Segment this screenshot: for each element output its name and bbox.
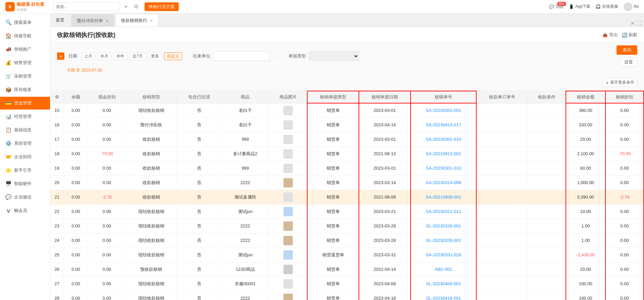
cell-verify-discount: 0.00: [605, 262, 644, 276]
date-last-7-days[interactable]: 近7天: [129, 52, 146, 60]
cell-balance: 0.00: [64, 103, 88, 118]
cell-verify-bill-date: 2023-03-01: [359, 161, 411, 175]
cell-id: 22: [50, 204, 64, 219]
filter-collapse-button[interactable]: »: [57, 52, 64, 60]
cell-verify-bill-date: 2023-03-01: [359, 132, 411, 146]
cell-include-settled: 否: [177, 118, 221, 132]
expand-conditions-button[interactable]: ∨ 展开更多条件: [603, 78, 637, 87]
cell-verify-bill-no[interactable]: SL-20230418-001: [411, 291, 476, 300]
cell-verify-bill-no[interactable]: SA-20230301-010: [411, 132, 476, 146]
maximize-icon[interactable]: ⛶: [636, 20, 641, 27]
verify-bill-no-link[interactable]: SA-20230301-010: [426, 166, 461, 171]
cell-verify-bill-type: 销货单: [307, 118, 359, 132]
cell-verify-discount: 0.00: [605, 233, 644, 248]
tab-home[interactable]: 首页: [50, 14, 70, 27]
sidebar-label-inventory: 库存核算: [14, 87, 32, 93]
tab-prepay-close[interactable]: ×: [106, 18, 108, 23]
bill-type-select[interactable]: [309, 51, 359, 61]
verify-bill-no-link[interactable]: SA-20230321-012: [426, 209, 461, 214]
message-button[interactable]: 💬 消息 99+: [549, 4, 564, 9]
verify-bill-no-link[interactable]: ABC-001: [435, 267, 452, 272]
table-container[interactable]: ⚙ 余额 现金折扣 核销类型 包含已结清 商品 商品图片 核销单据类型 核销单据…: [50, 91, 644, 300]
verify-bill-no-link[interactable]: SA-20210808-001: [426, 195, 461, 200]
verify-bill-no-link[interactable]: SL-20230328-002: [426, 238, 461, 243]
date-this-year[interactable]: 本年: [113, 52, 127, 60]
tab-prepay[interactable]: 预付冲应付单 ×: [71, 14, 114, 27]
sidebar-item-member[interactable]: V 畅会员: [0, 204, 50, 217]
cell-verify-bill-no[interactable]: SA-20210808-001: [411, 190, 476, 204]
sidebar-item-sales[interactable]: 💰 销售管理: [0, 56, 50, 69]
cell-receipt-condition: [528, 219, 566, 233]
filter-settings-button[interactable]: 设置: [620, 57, 637, 67]
cell-verify-bill-no[interactable]: SA-20230301-010: [411, 161, 476, 175]
verify-bill-no-link[interactable]: SA-20230331-026: [426, 252, 461, 257]
cell-verify-bill-no[interactable]: SL-20230328-001: [411, 219, 476, 233]
cell-verify-bill-no[interactable]: SL-20230408-001: [411, 276, 476, 291]
tab-verify-close[interactable]: ×: [150, 18, 153, 23]
cell-verify-bill-no[interactable]: SA-20210813-001: [411, 146, 476, 161]
close-window-icon[interactable]: ✕: [630, 20, 635, 27]
verify-bill-no-link[interactable]: SA-20210813-001: [426, 151, 461, 156]
home-icon: 🏠: [5, 33, 11, 39]
app-download-button[interactable]: 📱 App下载: [569, 4, 590, 9]
cell-verify-bill-no[interactable]: SA-20230301-001: [411, 103, 476, 118]
cell-verify-amount: 1.00: [566, 233, 605, 248]
date-more[interactable]: 更多: [148, 52, 162, 60]
date-custom[interactable]: 自定义: [164, 52, 182, 60]
user-display[interactable]: Rit: [624, 2, 639, 11]
th-settings[interactable]: ⚙: [50, 91, 64, 103]
verify-bill-no-link[interactable]: SL-20230328-001: [426, 223, 461, 228]
verify-bill-no-link[interactable]: SA-20230414-017: [426, 122, 461, 127]
verify-bill-no-link[interactable]: SA-20230314-008: [426, 180, 461, 185]
date-last-month[interactable]: 上月: [81, 52, 95, 60]
sidebar-item-finance[interactable]: 💳 资金管理: [0, 97, 50, 110]
tab-verify[interactable]: 收款核销执行 ×: [115, 14, 158, 27]
cell-goods-image: [269, 262, 307, 276]
online-service-button[interactable]: 🎧 在线客服: [596, 4, 618, 9]
sidebar-item-purchase[interactable]: 🛒 采购管理: [0, 70, 50, 83]
sidebar-item-inventory[interactable]: 📦 库存核算: [0, 83, 50, 96]
query-button[interactable]: 查询: [616, 45, 637, 55]
cell-goods-image: [269, 248, 307, 262]
date-this-month[interactable]: 本月: [97, 52, 111, 60]
cell-id: 18: [50, 146, 64, 161]
industry-button[interactable]: 体验行业方案: [145, 2, 179, 11]
sidebar-item-guide[interactable]: 🌟 新手引导: [0, 164, 50, 177]
verify-bill-no-link[interactable]: SA-20230301-001: [426, 108, 461, 113]
cell-verify-bill-type: 销货单: [307, 146, 359, 161]
verify-bill-no-link[interactable]: SA-20230301-010: [426, 137, 461, 142]
cell-verify-amount: 100.00: [566, 291, 605, 300]
sidebar-item-search[interactable]: 🔍 搜索菜单: [0, 16, 50, 29]
sidebar-item-quick-nav[interactable]: 🏠 快捷导航: [0, 30, 50, 42]
sidebar-label-guide: 新手引导: [14, 167, 32, 173]
table-row: 19 0.00 0.00 收款核销 否 999 销货单 2023-03-01 S…: [50, 161, 644, 175]
sidebar-item-business[interactable]: 📊 经营管理: [0, 110, 50, 123]
verify-bill-no-link[interactable]: SL-20230408-001: [426, 281, 461, 286]
settings-icon[interactable]: ⚙: [132, 2, 141, 11]
page-title: 收款核销执行(按收款): [57, 31, 115, 39]
cell-receipt-order-no: [476, 190, 528, 204]
cell-verify-bill-no[interactable]: SA-20230331-026: [411, 248, 476, 262]
cell-receipt-order-no: [476, 161, 528, 175]
sidebar-item-system[interactable]: ⚙️ 系统管理: [0, 137, 50, 150]
sidebar-item-marketing[interactable]: 📣 营销推广: [0, 43, 50, 56]
cell-verify-bill-no[interactable]: SA-20230414-017: [411, 118, 476, 132]
cell-verify-bill-no[interactable]: ABC-001: [411, 262, 476, 276]
dropdown-arrow-icon[interactable]: ▼: [124, 5, 128, 9]
sidebar-item-enterprise[interactable]: 🤝 企业协同: [0, 151, 50, 163]
search-input[interactable]: [53, 2, 120, 11]
member-icon: V: [5, 208, 11, 214]
cell-receipt-condition: [528, 103, 566, 118]
cell-verify-bill-no[interactable]: SA-20230321-012: [411, 204, 476, 219]
cell-verify-bill-no[interactable]: SA-20230314-008: [411, 175, 476, 190]
refresh-button[interactable]: 🔄 刷新: [622, 32, 637, 38]
export-button[interactable]: 📤 导出: [602, 32, 618, 38]
sidebar-item-basic[interactable]: 📋 基础信息: [0, 124, 50, 136]
cell-verify-bill-no[interactable]: SL-20230328-002: [411, 233, 476, 248]
partner-input[interactable]: [213, 51, 269, 61]
verify-bill-no-link[interactable]: SL-20230418-001: [426, 296, 461, 300]
sidebar-item-wechat[interactable]: 💬 企业微信: [0, 191, 50, 204]
app-version: 标准版: [17, 7, 44, 12]
sidebar-item-hardware[interactable]: 🖥️ 智能硬件: [0, 177, 50, 190]
cell-receipt-condition: [528, 190, 566, 204]
